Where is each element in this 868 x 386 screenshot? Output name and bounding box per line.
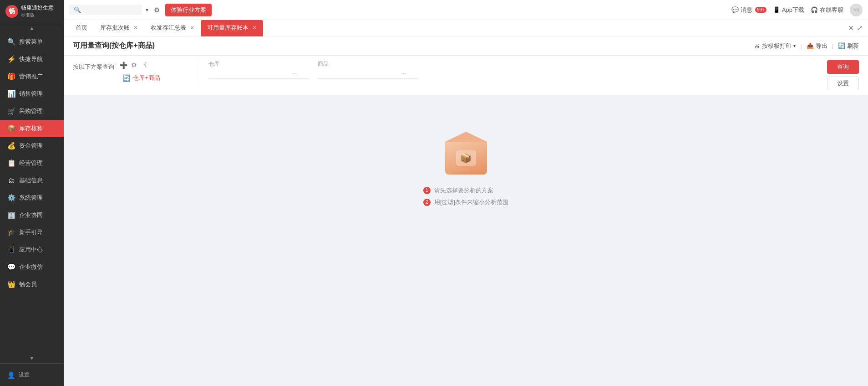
query-button[interactable]: 查询 [827,60,859,74]
customer-service-button[interactable]: 🎧 在线客服 [811,6,843,14]
export-button[interactable]: 📤 导出 [807,42,827,50]
tab-summary[interactable]: 收发存汇总表 ✕ [144,20,201,36]
user-avatar-text: Rit [853,7,859,12]
sidebar-item-operation-label: 经营管理 [19,159,43,167]
sidebar-item-finance[interactable]: 💰 资金管理 [0,137,64,154]
warehouse-input[interactable] [208,70,290,77]
search-icon: 🔍 [7,38,15,46]
sidebar-item-purchase-label: 采购管理 [19,107,43,115]
print-template-button[interactable]: 🖨 按模板打印 ▾ [754,42,796,50]
inventory-icon: 📦 [7,124,15,133]
sidebar-item-operation[interactable]: 📋 经营管理 [0,154,64,172]
message-label: 消息 [741,6,752,14]
empty-hint-list: 1 请先选择要分析的方案 2 用[过滤]条件来缩小分析范围 [423,185,508,208]
sidebar-item-shortcut[interactable]: ⚡ 快捷导航 [0,51,64,68]
filter-scheme-actions: ➕ ⚙ 《 [119,60,148,70]
sidebar-footer: 👤 设置 [0,363,64,386]
sidebar-item-inventory[interactable]: 📦 库存核算 [0,120,64,137]
tab-batch-label: 库存批次账 [100,24,130,32]
sidebar-scroll-down[interactable]: ▼ [0,353,64,363]
sidebar-item-sales[interactable]: 📊 销售管理 [0,85,64,103]
tab-batch[interactable]: 库存批次账 ✕ [94,20,144,36]
tab-available[interactable]: 可用量库存账本 ✕ [201,20,263,36]
sidebar-item-marketing[interactable]: 🎁 营销推广 [0,68,64,85]
system-icon: ⚙️ [7,194,15,202]
sidebar-item-member[interactable]: 👑 畅会员 [0,276,64,293]
goods-field-input-row: ··· [318,70,418,79]
empty-state: 📦 1 请先选择要分析的方案 2 用[过滤]条件来缩小分析范围 [64,95,868,245]
topbar-right-area: 💬 消息 99+ 📱 App下载 🎧 在线客服 Rit [731,4,863,16]
message-icon: 💬 [731,6,739,13]
filter-scheme-header: ➕ ⚙ 《 [119,60,192,70]
goods-input[interactable] [318,70,400,77]
sidebar-item-search[interactable]: 🔍 搜索菜单 [0,33,64,51]
member-icon: 👑 [7,280,15,288]
topbar-dropdown-button[interactable]: ▾ [146,7,148,13]
scheme-warehouse-label: 仓库+商品 [133,74,160,82]
settings-scheme-button[interactable]: ⚙ [130,61,138,70]
empty-illustration: 📦 [443,132,489,177]
hint-text-1: 请先选择要分析的方案 [434,185,493,196]
sidebar-item-newbie[interactable]: 🎓 新手引导 [0,224,64,241]
message-button[interactable]: 💬 消息 99+ [731,6,766,14]
app-download-icon: 📱 [773,6,780,13]
sidebar-item-wechat[interactable]: 💬 企业微信 [0,258,64,276]
topbar-search-input[interactable] [83,7,128,13]
user-avatar-small: 👤 [7,371,15,379]
sidebar-item-inventory-label: 库存核算 [19,124,43,133]
sidebar-item-enterprise[interactable]: 🏢 企业协同 [0,206,64,224]
marketing-icon: 🎁 [7,72,15,81]
search-icon-top: 🔍 [74,6,81,13]
sidebar-nav: 🔍 搜索菜单 ⚡ 快捷导航 🎁 营销推广 📊 销售管理 🛒 采购管理 📦 库存核… [0,33,64,353]
sidebar-item-appstore-label: 应用中心 [19,246,43,254]
tab-home[interactable]: 首页 [69,20,94,36]
sidebar-footer-label: 设置 [19,371,30,379]
newbie-icon: 🎓 [7,228,15,237]
sales-icon: 📊 [7,90,15,98]
collapse-scheme-button[interactable]: 《 [140,60,148,70]
empty-hint-2: 2 用[过滤]条件来缩小分析范围 [423,196,508,208]
app-download-button[interactable]: 📱 App下载 [773,6,804,14]
sidebar-item-marketing-label: 营销推广 [19,72,43,81]
sidebar-item-shortcut-label: 快捷导航 [19,55,43,63]
refresh-button[interactable]: 🔄 刷新 [838,42,859,50]
filter-settings-button[interactable]: 设置 [827,77,859,90]
sidebar-item-system[interactable]: ⚙️ 系统管理 [0,189,64,206]
sidebar-item-base[interactable]: 🗂 基础信息 [0,172,64,189]
logo-icon: 畅 [5,5,18,18]
scheme-warehouse-goods[interactable]: 🔄 仓库+商品 [119,72,192,84]
app-download-label: App下载 [782,6,804,14]
sidebar-scroll-up[interactable]: ▲ [0,23,64,33]
tab-summary-label: 收发存汇总表 [151,24,186,32]
customer-service-label: 在线客服 [820,6,843,14]
sidebar-item-appstore[interactable]: 📱 应用中心 [0,241,64,258]
goods-more-button[interactable]: ··· [401,70,406,77]
tab-summary-close[interactable]: ✕ [190,25,194,31]
tab-maximize-button[interactable]: ⤢ [857,24,863,32]
main-area: 🔍 ▾ ⚙ 体验行业方案 💬 消息 99+ 📱 App下载 🎧 在线客服 R [64,0,868,386]
goods-filter-field: 商品 ··· [318,60,418,79]
sidebar-item-system-label: 系统管理 [19,194,43,202]
user-menu-button[interactable]: Rit [850,4,863,16]
page-header-actions: 🖨 按模板打印 ▾ | 📤 导出 | 🔄 刷新 [754,42,859,50]
tab-available-close[interactable]: ✕ [252,25,257,31]
industry-solution-button[interactable]: 体验行业方案 [165,4,212,16]
app-version: 标准版 [21,12,54,18]
warehouse-more-button[interactable]: ··· [292,70,297,77]
tab-close-window-button[interactable]: ✕ [848,24,854,32]
refresh-icon: 🔄 [838,42,845,49]
scheme-warehouse-icon: 🔄 [122,74,130,82]
sidebar-item-purchase[interactable]: 🛒 采购管理 [0,103,64,120]
divider2: | [832,42,833,49]
tab-batch-close[interactable]: ✕ [133,25,138,31]
refresh-label: 刷新 [847,42,859,50]
sidebar-footer-item[interactable]: 👤 设置 [0,367,64,382]
topbar-search-box[interactable]: 🔍 [69,5,142,15]
topbar: 🔍 ▾ ⚙ 体验行业方案 💬 消息 99+ 📱 App下载 🎧 在线客服 R [64,0,868,20]
base-icon: 🗂 [7,176,15,184]
operation-icon: 📋 [7,159,15,167]
add-scheme-button[interactable]: ➕ [119,61,128,70]
topbar-gear-button[interactable]: ⚙ [152,6,162,14]
page-header: 可用量查询(按仓库+商品) 🖨 按模板打印 ▾ | 📤 导出 | 🔄 刷新 [64,36,868,56]
export-icon: 📤 [807,42,814,49]
